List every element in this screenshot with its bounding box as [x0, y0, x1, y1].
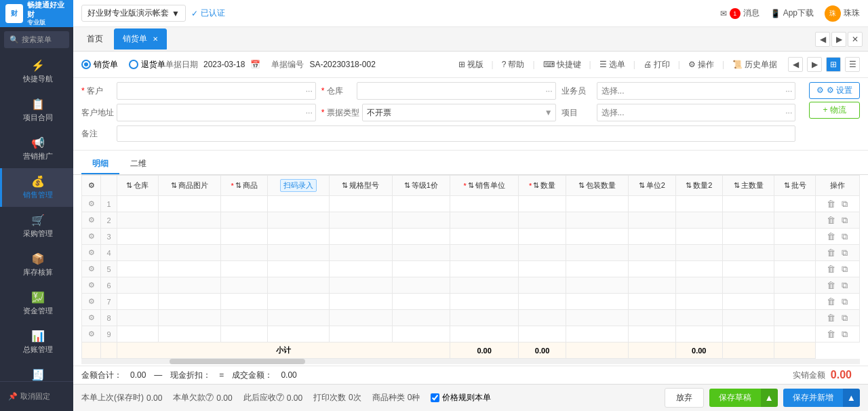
row-settings-cell[interactable]: ⚙ [82, 310, 101, 326]
sidebar-item-purchase[interactable]: 🛒 采购管理 [0, 207, 73, 246]
row-qty2[interactable] [675, 196, 722, 212]
scrollbar-thumb[interactable] [170, 359, 305, 364]
help-action[interactable]: ? 帮助 [498, 58, 529, 72]
sidebar-item-ledger[interactable]: 📊 总账管理 [0, 323, 73, 361]
row-scan[interactable] [268, 310, 330, 326]
row-pkg-qty[interactable] [566, 245, 628, 261]
row-unit[interactable] [450, 196, 518, 212]
row-batch[interactable] [774, 196, 816, 212]
row-delete-icon[interactable]: 🗑 [825, 296, 836, 307]
row-scan[interactable] [268, 261, 330, 277]
row-scan[interactable] [268, 326, 330, 342]
remark-input[interactable] [117, 125, 795, 142]
col-batch[interactable]: ⇅批号 [774, 176, 816, 196]
row-qty[interactable] [519, 310, 566, 326]
row-unit2[interactable] [629, 261, 675, 277]
row-settings-cell[interactable]: ⚙ [82, 261, 101, 277]
row-main-qty[interactable] [723, 261, 774, 277]
row-spec[interactable] [330, 277, 392, 294]
sidebar-item-project[interactable]: 📋 项目合同 [0, 91, 73, 130]
row-settings-cell[interactable]: ⚙ [82, 294, 101, 310]
table-tab-detail[interactable]: 明细 [81, 155, 119, 174]
row-image[interactable] [158, 294, 220, 310]
col-warehouse[interactable]: ⇅仓库 [117, 176, 159, 196]
row-unit[interactable] [450, 310, 518, 326]
save-draft-dropdown[interactable]: ▲ [761, 389, 778, 407]
row-image[interactable] [158, 212, 220, 229]
row-copy-icon[interactable]: ⧉ [839, 313, 850, 324]
row-copy-icon[interactable]: ⧉ [839, 329, 850, 340]
row-spec[interactable] [330, 294, 392, 310]
save-draft-button[interactable]: 保存草稿 [709, 389, 761, 407]
row-goods[interactable] [220, 261, 268, 277]
row-qty[interactable] [519, 196, 566, 212]
user-avatar[interactable]: 珠 珠珠 [825, 5, 860, 22]
warehouse-input-wrapper[interactable]: 小宝仓库 ··· [357, 82, 556, 100]
row-price[interactable] [392, 229, 450, 245]
row-main-qty[interactable] [723, 294, 774, 310]
tab-home[interactable]: 首页 [79, 29, 111, 49]
row-main-qty[interactable] [723, 310, 774, 326]
row-spec[interactable] [330, 212, 392, 229]
address-dots[interactable]: ··· [303, 108, 315, 117]
col-image[interactable]: ⇅商品图片 [158, 176, 220, 196]
tab-close-icon[interactable]: ✕ [153, 35, 158, 43]
salesman-dots[interactable]: ··· [783, 86, 795, 96]
row-pkg-qty[interactable] [566, 310, 628, 326]
select-action[interactable]: ☰ 选单 [595, 58, 629, 72]
row-scan[interactable] [268, 229, 330, 245]
row-pkg-qty[interactable] [566, 229, 628, 245]
row-unit[interactable] [450, 277, 518, 294]
row-copy-icon[interactable]: ⧉ [839, 296, 850, 307]
row-settings-cell[interactable]: ⚙ [82, 229, 101, 245]
row-batch[interactable] [774, 326, 816, 342]
col-unit2[interactable]: ⇅单位2 [629, 176, 675, 196]
row-scan[interactable] [268, 196, 330, 212]
row-goods[interactable] [220, 229, 268, 245]
row-unit2[interactable] [629, 277, 675, 294]
price-rule-checkbox[interactable]: 价格规则本单 [431, 392, 491, 404]
row-copy-icon[interactable]: ⧉ [839, 215, 850, 226]
row-warehouse[interactable] [117, 196, 159, 212]
tab-prev-button[interactable]: ◀ [815, 32, 830, 47]
row-batch[interactable] [774, 277, 816, 294]
invoice-select[interactable]: 不开票 ▼ [362, 104, 556, 121]
row-warehouse[interactable] [117, 277, 159, 294]
row-spec[interactable] [330, 310, 392, 326]
customer-dots[interactable]: ··· [303, 86, 315, 96]
warehouse-input[interactable]: 小宝仓库 [357, 86, 543, 96]
sidebar-item-invoice[interactable]: 🧾 发票管理 [0, 361, 73, 381]
row-price[interactable] [392, 196, 450, 212]
row-unit2[interactable] [629, 326, 675, 342]
col-spec[interactable]: ⇅规格型号 [330, 176, 392, 196]
row-unit[interactable] [450, 212, 518, 229]
row-spec[interactable] [330, 326, 392, 342]
row-qty2[interactable] [675, 212, 722, 229]
sidebar-item-inventory[interactable]: 📦 库存核算 [0, 246, 73, 284]
row-qty[interactable] [519, 229, 566, 245]
row-image[interactable] [158, 196, 220, 212]
row-image[interactable] [158, 245, 220, 261]
row-goods[interactable] [220, 277, 268, 294]
row-price[interactable] [392, 294, 450, 310]
address-input[interactable] [117, 108, 303, 117]
customer-input[interactable] [117, 86, 303, 96]
row-settings-cell[interactable]: ⚙ [82, 196, 101, 212]
view-action[interactable]: ⊞ 视版 [454, 58, 488, 72]
row-pkg-qty[interactable] [566, 277, 628, 294]
row-main-qty[interactable] [723, 229, 774, 245]
salesman-input-wrapper[interactable]: ··· [597, 82, 796, 100]
col-scan[interactable]: 扫码录入 [268, 176, 330, 196]
message-action[interactable]: ✉ 1 消息 [720, 7, 760, 19]
row-delete-icon[interactable]: 🗑 [825, 264, 836, 275]
row-batch[interactable] [774, 212, 816, 229]
company-selector[interactable]: 好业财专业版演示帐套 ▼ [81, 5, 186, 22]
row-qty[interactable] [519, 261, 566, 277]
row-goods[interactable] [220, 245, 268, 261]
row-price[interactable] [392, 261, 450, 277]
row-warehouse[interactable] [117, 229, 159, 245]
address-input-wrapper[interactable]: ··· [117, 104, 316, 121]
search-menu-button[interactable]: 🔍 搜索菜单 [4, 31, 69, 48]
row-spec[interactable] [330, 261, 392, 277]
row-goods[interactable] [220, 294, 268, 310]
